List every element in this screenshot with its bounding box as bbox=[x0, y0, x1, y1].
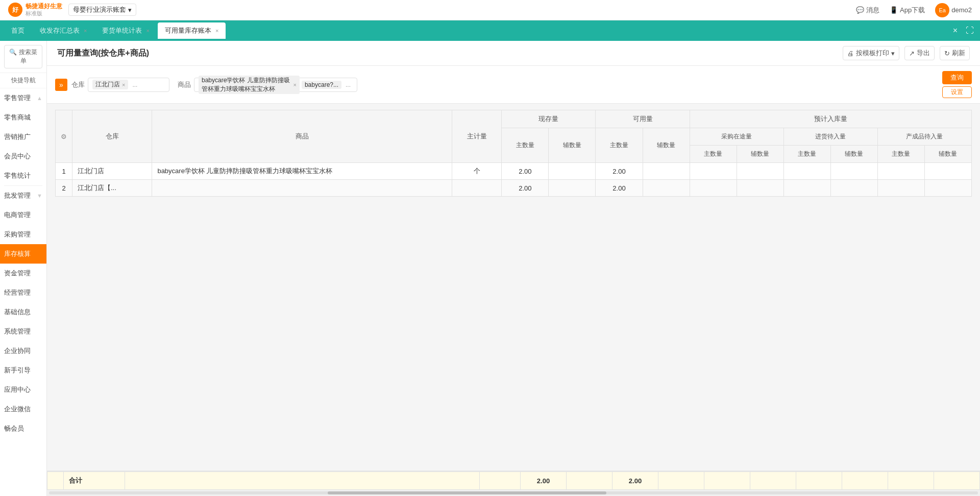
cell-pt-main bbox=[690, 163, 737, 180]
cell-gp-aux bbox=[830, 180, 877, 197]
app-download-label: App下载 bbox=[900, 6, 925, 15]
export-btn[interactable]: ↗ 导出 bbox=[904, 46, 935, 60]
tab-keyongliang[interactable]: 可用量库存账本 × bbox=[158, 22, 226, 39]
chevron-down-icon: ▾ bbox=[891, 50, 895, 57]
warehouse-input[interactable]: 江北门店 × ... bbox=[88, 78, 169, 92]
logo-icon: 好 bbox=[8, 3, 22, 17]
tab-shoufayuhuizong[interactable]: 收发存汇总表 × bbox=[33, 22, 94, 39]
expand-btn[interactable]: ⛶ bbox=[964, 24, 976, 37]
footer-p3-main bbox=[888, 472, 934, 490]
sidebar-item-newbie[interactable]: 新手引导 bbox=[0, 361, 46, 380]
sidebar-item-enterprise[interactable]: 企业协同 bbox=[0, 341, 46, 361]
refresh-icon: ↻ bbox=[944, 50, 950, 57]
sidebar-item-marketing[interactable]: 营销推广 bbox=[0, 127, 46, 147]
label-text: 标准版 bbox=[26, 10, 62, 17]
footer-current-main: 2.00 bbox=[521, 472, 567, 490]
th-available-aux: 辅数量 bbox=[643, 128, 690, 163]
sidebar-item-member[interactable]: 会员中心 bbox=[0, 147, 46, 166]
table-settings-icon[interactable]: ⚙ bbox=[61, 133, 67, 140]
th-goods-pending-main: 主数量 bbox=[783, 146, 830, 163]
industry-select[interactable]: 母婴行业演示账套 ▾ bbox=[68, 4, 136, 16]
nav-tabs-right: × ⛶ bbox=[951, 24, 976, 37]
cell-gp-main bbox=[783, 180, 830, 197]
query-btn[interactable]: 查询 bbox=[942, 71, 972, 84]
footer-p3-aux bbox=[934, 472, 980, 490]
filter-toggle-btn[interactable]: » bbox=[55, 79, 67, 91]
cell-current-aux bbox=[549, 163, 596, 180]
sidebar-item-purchase[interactable]: 采购管理 bbox=[0, 225, 46, 244]
sidebar-item-basic-info[interactable]: 基础信息 bbox=[0, 302, 46, 322]
sidebar-item-retail-stats[interactable]: 零售统计 bbox=[0, 166, 46, 185]
cell-current-main: 2.00 bbox=[502, 163, 549, 180]
product-input[interactable]: babycare学饮杯 儿童防摔防撞吸管杯重力球吸嘴杯宝宝水杯 × babyca… bbox=[194, 78, 357, 92]
warehouse-label: 仓库 bbox=[71, 80, 85, 89]
footer-unit-col bbox=[480, 472, 521, 490]
refresh-btn[interactable]: ↻ 刷新 bbox=[940, 46, 970, 60]
sidebar-item-system[interactable]: 系统管理 bbox=[0, 322, 46, 341]
close-all-tabs-btn[interactable]: × bbox=[951, 24, 960, 37]
th-settings: ⚙ bbox=[56, 110, 72, 163]
cell-index: 1 bbox=[56, 163, 72, 180]
th-purchased-transit: 采购在途量 bbox=[690, 128, 783, 146]
tab-yaohuo-close[interactable]: × bbox=[146, 28, 149, 34]
tab-home[interactable]: 首页 bbox=[4, 22, 32, 39]
product-tag-1: babycare学饮杯 儿童防摔防撞吸管杯重力球吸嘴杯宝宝水杯 × bbox=[199, 76, 300, 94]
app-download-btn[interactable]: 📱 App下载 bbox=[890, 6, 925, 15]
product-label: 商品 bbox=[178, 80, 191, 89]
footer-p2-aux bbox=[842, 472, 888, 490]
logo-area: 好 畅捷通好生意 标准版 bbox=[8, 3, 62, 17]
th-current-stock: 现存量 bbox=[502, 110, 596, 128]
sidebar-item-enterprise-wechat[interactable]: 企业微信 bbox=[0, 399, 46, 419]
th-warehouse: 仓库 bbox=[72, 110, 152, 163]
user-avatar-btn[interactable]: Ea demo2 bbox=[935, 3, 972, 17]
avatar: Ea bbox=[935, 3, 949, 17]
page-actions: 🖨 按模板打印 ▾ ↗ 导出 ↻ 刷新 bbox=[843, 46, 970, 60]
th-current-aux: 辅数量 bbox=[549, 128, 596, 163]
warehouse-more-btn[interactable]: ... bbox=[130, 81, 139, 88]
tab-keyongliang-label: 可用量库存账本 bbox=[165, 26, 211, 35]
product-more-btn[interactable]: ... bbox=[344, 81, 353, 88]
cell-pp-aux bbox=[924, 163, 971, 180]
cell-pt-main bbox=[690, 180, 737, 197]
refresh-label: 刷新 bbox=[952, 49, 965, 58]
sidebar-item-ecommerce[interactable]: 电商管理 bbox=[0, 205, 46, 225]
th-purchased-transit-main: 主数量 bbox=[690, 146, 737, 163]
tab-shoufayuhuizong-close[interactable]: × bbox=[84, 28, 87, 34]
product-tag-1-remove[interactable]: × bbox=[293, 82, 297, 88]
chevron-down-icon: ▼ bbox=[37, 193, 42, 199]
scrollbar-area bbox=[47, 490, 980, 496]
sidebar-item-retail-mall[interactable]: 零售商城 bbox=[0, 108, 46, 127]
th-available: 可用量 bbox=[596, 110, 690, 128]
sidebar-quick-nav[interactable]: 快捷导航 bbox=[0, 73, 46, 88]
logo-text-block: 畅捷通好生意 标准版 bbox=[26, 3, 62, 17]
sidebar-item-finance[interactable]: 资金管理 bbox=[0, 264, 46, 283]
sidebar-item-inventory[interactable]: 库存核算 bbox=[0, 244, 46, 264]
sidebar-item-retail-mgmt[interactable]: 零售管理 ▲ bbox=[0, 88, 46, 108]
scrollbar-thumb[interactable] bbox=[328, 491, 606, 494]
sidebar-item-vip[interactable]: 畅会员 bbox=[0, 419, 46, 438]
sidebar-search-btn[interactable]: 🔍 搜索菜单 bbox=[4, 45, 42, 68]
industry-select-label: 母婴行业演示账套 bbox=[73, 5, 126, 14]
th-planned-inbound: 预计入库量 bbox=[690, 110, 971, 128]
cell-gp-main bbox=[783, 163, 830, 180]
footer-p2-main bbox=[796, 472, 842, 490]
th-available-main: 主数量 bbox=[596, 128, 643, 163]
footer-p1-aux bbox=[750, 472, 796, 490]
sidebar-item-operations[interactable]: 经营管理 bbox=[0, 283, 46, 302]
cell-current-aux bbox=[549, 180, 596, 197]
cell-warehouse: 江北门店 bbox=[72, 163, 152, 180]
print-btn[interactable]: 🖨 按模板打印 ▾ bbox=[843, 46, 899, 60]
table-row: 1 江北门店 babycare学饮杯 儿童防摔防撞吸管杯重力球吸嘴杯宝宝水杯 个… bbox=[56, 163, 972, 180]
chevron-down-icon: ▾ bbox=[128, 6, 132, 14]
settings-filter-btn[interactable]: 设置 bbox=[942, 86, 972, 98]
sidebar-section: 零售管理 ▲ 零售商城 营销推广 会员中心 零售统计 批发管理 ▼ 电商管理 bbox=[0, 88, 46, 438]
tab-keyongliang-close[interactable]: × bbox=[215, 28, 218, 34]
table-row: 2 江北门店【... 2.00 2.00 bbox=[56, 180, 972, 197]
sidebar-item-app-center[interactable]: 应用中心 bbox=[0, 380, 46, 399]
warehouse-tag-remove[interactable]: × bbox=[122, 82, 125, 88]
footer-available-main: 2.00 bbox=[612, 472, 658, 490]
message-btn[interactable]: 💬 消息 bbox=[856, 6, 879, 15]
tab-yaohuo[interactable]: 要货单统计表 × bbox=[95, 22, 156, 39]
sidebar-search: 🔍 搜索菜单 bbox=[0, 41, 46, 73]
sidebar-item-wholesale-mgmt[interactable]: 批发管理 ▼ bbox=[0, 186, 46, 205]
